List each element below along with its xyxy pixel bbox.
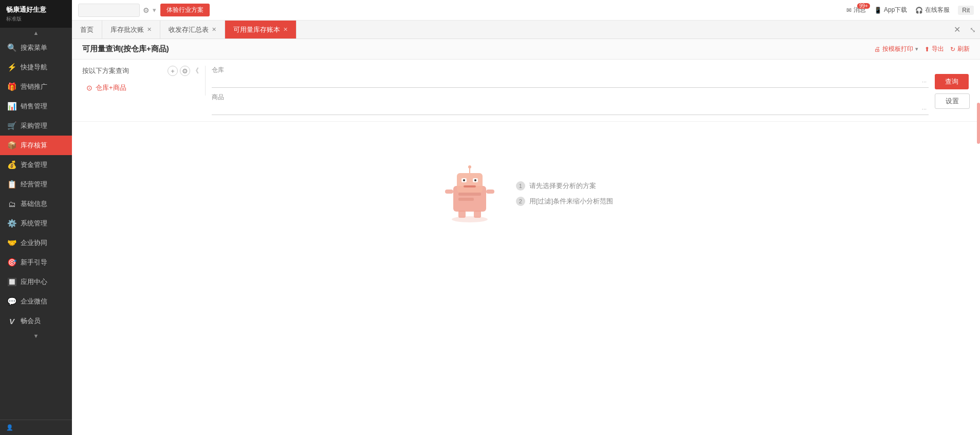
tab-summary-close[interactable]: ✕: [212, 26, 216, 33]
sidebar-item-marketing[interactable]: 🎁 营销推广: [0, 77, 72, 97]
tab-summary[interactable]: 收发存汇总表 ✕: [160, 21, 225, 39]
svg-rect-2: [457, 173, 483, 193]
filter-scheme-header: 按以下方案查询 + ⚙ 《: [82, 66, 199, 76]
print-label: 按模板打印: [882, 45, 913, 53]
sidebar-item-label: 应用中心: [21, 277, 47, 287]
sidebar-item-search[interactable]: 🔍 搜索菜单: [0, 38, 72, 58]
product-field-label: 商品: [212, 93, 929, 102]
sidebar-item-sales[interactable]: 📊 销售管理: [0, 97, 72, 116]
sidebar-item-apps[interactable]: 🔲 应用中心: [0, 272, 72, 292]
svg-rect-8: [458, 193, 481, 196]
product-more-icon[interactable]: ···: [920, 104, 929, 114]
topbar-message[interactable]: ✉ 消息 99+: [846, 6, 866, 14]
sidebar-item-inventory[interactable]: 📦 库存核算: [0, 136, 72, 155]
tab-home[interactable]: 首页: [72, 21, 102, 39]
scheme-item-icon: ⊙: [86, 84, 93, 92]
filter-area: 按以下方案查询 + ⚙ 《 ⊙ 仓库+商品 仓库: [72, 60, 980, 122]
filter-fields: 仓库 ··· 商品 ···: [212, 66, 929, 115]
sidebar-item-member[interactable]: V 畅会员: [0, 311, 72, 331]
warehouse-field-label: 仓库: [212, 66, 929, 74]
print-template-button[interactable]: 🖨 按模板打印 ▾: [874, 45, 918, 53]
sidebar-item-label: 快捷导航: [21, 63, 47, 72]
sidebar-item-label: 营销推广: [21, 82, 47, 91]
tab-summary-label: 收发存汇总表: [169, 25, 209, 34]
filter-scheme-add-button[interactable]: +: [168, 66, 178, 76]
tabs-expand-button[interactable]: ⤡: [966, 26, 980, 34]
message-icon: ✉: [846, 7, 852, 14]
filter-scheme-collapse-icon[interactable]: 《: [192, 66, 199, 75]
tabs-bar: 首页 库存批次账 ✕ 收发存汇总表 ✕ 可用量库存账本 ✕ ✕ ⤡: [72, 21, 980, 39]
marketing-icon: 🎁: [7, 82, 16, 91]
step-2-text: 用[过滤]条件来缩小分析范围: [529, 197, 613, 206]
tab-batch-close[interactable]: ✕: [147, 26, 152, 33]
right-scrollbar-handle[interactable]: [977, 103, 980, 144]
user-avatar-icon: 👤: [6, 424, 13, 431]
topbar-chevron[interactable]: ▾: [153, 6, 156, 14]
sidebar-item-purchase[interactable]: 🛒 采购管理: [0, 116, 72, 136]
sidebar-item-operation[interactable]: 📋 经营管理: [0, 175, 72, 194]
filter-right-actions: 查询 设置: [935, 66, 970, 109]
tab-batch[interactable]: 库存批次账 ✕: [102, 21, 160, 39]
sidebar-item-finance[interactable]: 💰 资金管理: [0, 155, 72, 175]
app-brand: 畅康通好生意: [6, 5, 66, 14]
sidebar-item-basic[interactable]: 🗂 基础信息: [0, 194, 72, 214]
filter-settings-button[interactable]: 设置: [935, 93, 970, 109]
tab-available[interactable]: 可用量库存账本 ✕: [225, 21, 297, 39]
tab-batch-label: 库存批次账: [110, 25, 144, 34]
sidebar-item-shortcut[interactable]: ⚡ 快捷导航: [0, 58, 72, 77]
sidebar-item-label: 资金管理: [21, 160, 47, 169]
empty-step-2: 2 用[过滤]条件来缩小分析范围: [516, 197, 613, 206]
operation-icon: 📋: [7, 180, 16, 189]
filter-scheme-item-warehouse-product[interactable]: ⊙ 仓库+商品: [82, 80, 199, 96]
warehouse-input[interactable]: [212, 75, 920, 87]
filter-scheme-panel: 按以下方案查询 + ⚙ 《 ⊙ 仓库+商品: [82, 66, 206, 96]
page-header-actions: 🖨 按模板打印 ▾ ⬆ 导出 ↻ 刷新: [874, 45, 970, 53]
sidebar-item-enterprise[interactable]: 🤝 企业协同: [0, 233, 72, 253]
tab-available-close[interactable]: ✕: [283, 26, 288, 33]
page-header: 可用量查询(按仓库+商品) 🖨 按模板打印 ▾ ⬆ 导出 ↻ 刷新: [72, 39, 980, 60]
shortcut-icon: ⚡: [7, 63, 16, 72]
filter-row-warehouse: 仓库 ···: [212, 66, 929, 88]
sidebar-item-wechat[interactable]: 💬 企业微信: [0, 292, 72, 311]
page-content: 可用量查询(按仓库+商品) 🖨 按模板打印 ▾ ⬆ 导出 ↻ 刷新: [72, 39, 980, 435]
warehouse-more-icon[interactable]: ···: [920, 77, 929, 87]
tab-home-label: 首页: [80, 25, 94, 34]
sidebar-item-system[interactable]: ⚙️ 系统管理: [0, 214, 72, 233]
scheme-item-label: 仓库+商品: [96, 83, 126, 92]
filter-fields-container: 仓库 ··· 商品 ···: [212, 66, 970, 115]
refresh-button[interactable]: ↻ 刷新: [950, 45, 970, 53]
export-button[interactable]: ⬆ 导出: [924, 45, 944, 53]
topbar-gear-button[interactable]: ⚙: [143, 6, 150, 14]
sidebar-scroll-up[interactable]: ▲: [0, 28, 72, 38]
topbar-right: ✉ 消息 99+ 📱 App下载 🎧 在线客服 Rit: [846, 6, 974, 15]
empty-illustration: [439, 163, 501, 224]
tabs-close-all-button[interactable]: ✕: [949, 25, 966, 34]
filter-scheme-settings-button[interactable]: ⚙: [180, 66, 190, 76]
filter-scheme-title: 按以下方案查询: [82, 66, 129, 75]
filter-row-product: 商品 ···: [212, 93, 929, 115]
sidebar-scroll-down[interactable]: ▼: [0, 331, 72, 341]
sidebar-user-bottom[interactable]: 👤: [0, 420, 72, 435]
topbar-user[interactable]: Rit: [958, 6, 974, 15]
app-download-icon: 📱: [874, 7, 882, 14]
topbar-search-input[interactable]: [78, 4, 140, 17]
sidebar-item-label: 采购管理: [21, 121, 47, 130]
sidebar-header: 畅康通好生意 标准版: [0, 0, 72, 28]
svg-rect-5: [463, 179, 465, 181]
svg-rect-9: [458, 198, 474, 201]
svg-point-15: [468, 165, 471, 168]
topbar-online-service[interactable]: 🎧 在线客服: [915, 6, 950, 14]
query-button[interactable]: 查询: [935, 74, 969, 89]
topbar-trial-button[interactable]: 体验行业方案: [160, 4, 210, 16]
topbar: ⚙ ▾ 体验行业方案 ✉ 消息 99+ 📱 App下载 🎧 在线客服 Rit: [72, 0, 980, 21]
sidebar-item-label: 库存核算: [21, 141, 47, 150]
sidebar-item-label: 企业协同: [21, 238, 47, 248]
print-dropdown-icon[interactable]: ▾: [915, 46, 918, 52]
step-1-text: 请先选择要分析的方案: [529, 181, 596, 191]
newbie-icon: 🎯: [7, 258, 16, 267]
product-input[interactable]: [212, 103, 920, 115]
filter-field-warehouse: 仓库 ···: [212, 66, 929, 88]
tab-available-label: 可用量库存账本: [233, 25, 280, 34]
sidebar-item-newbie[interactable]: 🎯 新手引导: [0, 253, 72, 272]
topbar-app-download[interactable]: 📱 App下载: [874, 6, 907, 14]
